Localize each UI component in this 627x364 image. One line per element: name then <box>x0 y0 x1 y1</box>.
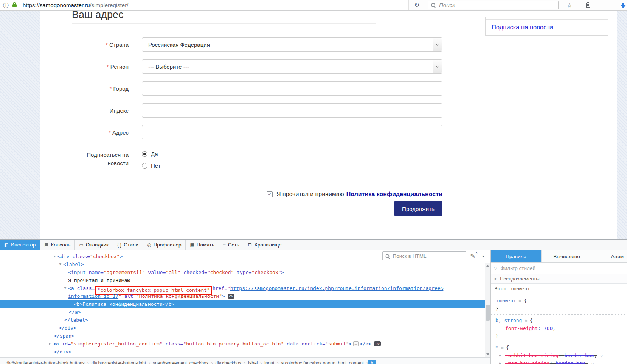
breadcrumb-item[interactable]: label <box>245 360 260 364</box>
address-form: * СтранаРоссийская Федерация* Регион--- … <box>72 37 444 139</box>
city-input[interactable] <box>142 81 442 96</box>
style-filter[interactable]: ▽ <box>491 263 627 274</box>
token-tag: </a> <box>360 341 371 347</box>
collapse-arrow-icon[interactable]: ▼ <box>58 260 63 268</box>
page-title: Ваш адрес <box>72 11 444 21</box>
markup-line[interactable]: </label> <box>0 316 485 324</box>
markup-scrollbar[interactable] <box>485 263 490 357</box>
network-icon: ≡ <box>223 242 226 248</box>
scroll-thumb[interactable] <box>486 305 490 321</box>
devtools-tab-storage[interactable]: ⊟Хранилище <box>244 240 286 250</box>
pseudo-elements-section[interactable]: ▶ Псевдоэлементы <box>491 274 627 284</box>
breadcrumb-item[interactable]: div.buy.register-button-right <box>89 360 149 364</box>
radio-icon[interactable] <box>142 151 147 157</box>
token-val: " <box>227 285 230 291</box>
country-select[interactable]: Российская Федерация <box>142 37 442 52</box>
expand-arrow-icon[interactable]: ▶ <box>499 360 501 364</box>
css-property[interactable]: font-weight: 700; <box>491 325 627 332</box>
breadcrumb-item[interactable]: span#agreement_checkbox <box>150 360 211 364</box>
rules-tab-вычислено[interactable]: Вычислено <box>542 250 592 262</box>
bookmarks-sidebar-icon[interactable] <box>580 0 596 10</box>
chevron-down-icon[interactable] <box>433 60 442 73</box>
scroll-up-icon[interactable] <box>486 265 489 267</box>
token-attr: value= <box>145 270 166 275</box>
markup-line[interactable]: </div> <box>0 348 485 356</box>
sidebar-link-newsletter[interactable]: Подписка на новости <box>486 20 608 35</box>
event-badge[interactable]: ev <box>228 294 235 299</box>
pane-toggle-icon[interactable]: ▸ <box>480 253 487 259</box>
devtools-tab-memory[interactable]: ▦Память <box>186 240 219 250</box>
reload-button[interactable]: ↻ <box>409 0 425 10</box>
markup-line[interactable]: <b>Политика конфиденциальности</b> <box>0 300 485 308</box>
downloads-icon[interactable] <box>620 5 626 8</box>
rule-selector[interactable]: b, strong <box>495 318 522 323</box>
browser-search-input[interactable] <box>438 2 556 9</box>
scroll-down-icon[interactable] <box>486 353 489 355</box>
html-search[interactable] <box>382 251 466 260</box>
token-attr: class= <box>163 341 183 347</box>
chevron-down-icon[interactable] <box>433 38 442 51</box>
devtools-panel: ◧Инспектор▤Консоль▭Отладчик{ }Стили◎Проф… <box>0 239 627 364</box>
postcode-input[interactable] <box>142 103 442 118</box>
page-background-right <box>617 11 627 240</box>
devtools-tab-debugger[interactable]: ▭Отладчик <box>75 240 113 250</box>
event-badge[interactable]: ev <box>374 341 381 346</box>
token-txt: Я прочитал и принимаю <box>68 277 130 283</box>
css-property[interactable]: ▶-webkit-box-sizing: border-box;▽ <box>491 352 627 360</box>
filter-funnel-icon[interactable]: ▽ <box>601 352 603 360</box>
expand-arrow-icon[interactable]: ▶ <box>48 340 53 348</box>
rules-tab-правила[interactable]: Правила <box>491 250 542 262</box>
markup-line[interactable]: information_id=17" alt="Политика конфиде… <box>0 292 485 300</box>
markup-line[interactable]: </a> <box>0 308 485 316</box>
radio-icon[interactable] <box>142 163 147 169</box>
privacy-policy-link[interactable]: Политика конфиденциальности <box>346 191 442 198</box>
pseudo-elements-label: Псевдоэлементы <box>500 276 539 282</box>
breadcrumb-item[interactable]: input <box>262 360 277 364</box>
token-attr: name= <box>86 270 104 275</box>
agreement-checkbox[interactable]: ✓ <box>267 191 273 197</box>
region-select[interactable]: --- Выберите --- <box>142 59 442 74</box>
ssl-lock-icon[interactable] <box>12 4 17 7</box>
newsletter-label: Подписаться на новости <box>72 151 129 174</box>
rule-selector[interactable]: * <box>495 345 498 350</box>
expand-arrow-icon[interactable]: ▶ <box>499 352 501 359</box>
url-text[interactable]: https://samogonomaster.ru/simpleregister… <box>23 2 128 8</box>
style-filter-input[interactable] <box>500 265 624 271</box>
devtools-tab-console[interactable]: ▤Консоль <box>40 240 75 250</box>
breadcrumb-item[interactable]: a.colorbox.fancybox.popup_html_content <box>278 360 366 364</box>
collapse-arrow-icon[interactable]: ▼ <box>63 284 68 292</box>
address-input[interactable] <box>142 125 442 139</box>
filter-funnel-icon[interactable]: ▽ <box>591 360 594 364</box>
continue-button[interactable]: Продолжить <box>394 201 442 216</box>
markup-line[interactable]: ▼<label> <box>0 260 485 268</box>
newsletter-option-yes[interactable]: Да <box>142 151 161 157</box>
devtools-tabbar: ◧Инспектор▤Консоль▭Отладчик{ }Стили◎Проф… <box>0 240 627 250</box>
collapse-arrow-icon[interactable]: ▼ <box>52 252 57 260</box>
markup-line[interactable]: <input name="agreements[]" value="all" c… <box>0 268 485 276</box>
markup-line[interactable]: </span> <box>0 332 485 340</box>
bookmark-star-icon[interactable]: ☆ <box>562 0 577 10</box>
breadcrumb-item[interactable]: b <box>368 360 376 364</box>
devtools-tab-profiler[interactable]: ◎Профайлер <box>143 240 186 250</box>
devtools-tab-inspector[interactable]: ◧Инспектор <box>0 240 40 250</box>
markup-line[interactable]: Я прочитал и принимаю <box>0 276 485 284</box>
devtools-tab-network[interactable]: ≡Сеть <box>219 240 244 250</box>
browser-search[interactable] <box>428 1 559 9</box>
agreement-row: ✓ Я прочитал и принимаю Политика конфиде… <box>267 191 444 198</box>
collapsed-content-icon[interactable]: … <box>353 341 359 346</box>
markup-line[interactable]: ▶<a id="simpleregister_button_confirm" c… <box>0 340 485 348</box>
newsletter-option-no[interactable]: Нет <box>142 163 161 169</box>
markup-line[interactable]: </div> <box>0 324 485 332</box>
devtools-tab-styles[interactable]: { }Стили <box>113 240 143 250</box>
html-search-input[interactable] <box>392 253 464 259</box>
css-property[interactable]: ▶-moz-box-sizing: border-box;▽ <box>491 360 627 364</box>
edit-pencil-icon[interactable]: ✎✕ <box>470 252 475 260</box>
markup-line[interactable]: ▼<a class="colorbox fancybox popup_html_… <box>0 284 485 292</box>
breadcrumb-item[interactable]: div#simpleregister-button-block.buttons <box>3 360 87 364</box>
url-bar[interactable]: ⓘ https://samogonomaster.ru/simpleregist… <box>0 0 409 10</box>
page-info-icon[interactable]: ⓘ <box>3 2 9 8</box>
rules-tab-аним[interactable]: Аним <box>592 250 627 262</box>
breadcrumb-item[interactable]: div.checkbox <box>213 360 244 364</box>
radio-label: Да <box>151 151 158 157</box>
rule-selector[interactable]: элемент <box>495 298 516 304</box>
